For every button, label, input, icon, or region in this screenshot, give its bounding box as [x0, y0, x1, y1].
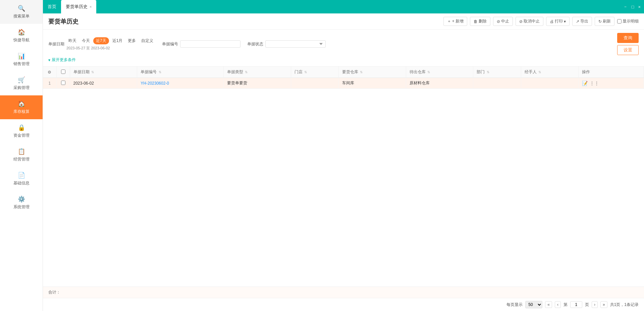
last-page-btn[interactable]: »: [600, 301, 607, 308]
settings-gear-icon[interactable]: ⚙: [48, 70, 51, 75]
date-opt-yesterday[interactable]: 昨天: [66, 37, 78, 44]
col-pending-warehouse[interactable]: 待出仓库 ⇅: [406, 66, 473, 78]
inventory-icon: 🏠: [18, 100, 25, 107]
select-all-checkbox[interactable]: [61, 70, 65, 74]
window-minimize-btn[interactable]: －: [623, 4, 628, 10]
window-close-btn[interactable]: ×: [638, 4, 641, 9]
doc-no-input[interactable]: [180, 40, 240, 48]
cancel-stop-label: 取消中止: [524, 18, 540, 24]
sidebar-item-search-menu[interactable]: 🔍 搜索菜单: [0, 0, 43, 24]
col-settings[interactable]: ⚙: [43, 66, 56, 78]
row-store: [291, 78, 338, 89]
row-pending-warehouse: 原材料仓库: [406, 78, 473, 89]
col-doc-no[interactable]: 单据编号 ⇅: [137, 66, 224, 78]
refresh-icon: ↻: [598, 19, 602, 24]
expand-chevron-icon: ▾: [48, 58, 50, 62]
new-button[interactable]: ＋ + 新增: [443, 17, 467, 26]
date-filter-options: 昨天 今天 近7天 近1月 更多 自定义: [66, 37, 155, 44]
next-page-btn[interactable]: ›: [592, 301, 598, 308]
first-page-btn[interactable]: «: [545, 301, 552, 308]
sort-store-icon: ⇅: [304, 70, 307, 74]
prev-page-btn[interactable]: ‹: [555, 301, 561, 308]
date-opt-custom[interactable]: 自定义: [139, 37, 155, 44]
export-button[interactable]: ↗ 导出: [572, 17, 592, 26]
window-maximize-btn[interactable]: □: [632, 4, 634, 9]
date-filter-group: 单据日期 昨天 今天 近7天 近1月 更多 自定义 2023-05-27 至 2…: [48, 37, 155, 51]
delete-button[interactable]: 🗑 删除: [470, 17, 490, 26]
purchase-icon: 🛒: [18, 76, 25, 84]
table-area: ⚙ 单据日期 ⇅ 单据编号 ⇅: [43, 66, 644, 286]
sidebar-item-label: 系统管理: [13, 204, 30, 210]
row-doc-date: 2023-06-02: [70, 78, 137, 89]
refresh-button[interactable]: ↻ 刷新: [595, 17, 614, 26]
doc-no-link[interactable]: YH-20230602-0: [141, 81, 169, 86]
sidebar-item-label: 库存核算: [13, 109, 30, 115]
doc-status-filter-group: 单据状态: [247, 40, 326, 48]
data-table: ⚙ 单据日期 ⇅ 单据编号 ⇅: [43, 66, 644, 89]
date-opt-7days[interactable]: 近7天: [93, 37, 109, 44]
row-checkbox-cell[interactable]: [56, 78, 70, 89]
sort-req-warehouse-icon: ⇅: [360, 70, 363, 74]
summary-label: 合计：: [48, 290, 60, 295]
edit-action-icon[interactable]: 📝: [582, 81, 588, 86]
col-checkbox[interactable]: [56, 66, 70, 78]
page-content: 要货单历史 ＋ + 新增 🗑 删除 ⊘ 中止 ⊘ 取消中止 🖨 打印 ▾: [43, 13, 644, 311]
print-button[interactable]: 🖨 打印 ▾: [546, 17, 570, 26]
sidebar-item-ops-mgmt[interactable]: 📋 经营管理: [0, 143, 43, 167]
display-detail-toggle[interactable]: 显示明细: [617, 18, 639, 24]
sort-doc-no-icon: ⇅: [159, 70, 161, 74]
col-dept[interactable]: 部门 ⇅: [473, 66, 521, 78]
sidebar-item-purchase-mgmt[interactable]: 🛒 采购管理: [0, 72, 43, 95]
tab-requisition-history[interactable]: 要货单历史 ×: [61, 0, 96, 13]
action-icons: 📝 ⋮⋮: [582, 81, 640, 86]
sidebar-item-system-mgmt[interactable]: ⚙️ 系统管理: [0, 191, 43, 215]
cancel-stop-button[interactable]: ⊘ 取消中止: [516, 17, 543, 26]
col-handler[interactable]: 经手人 ⇅: [521, 66, 578, 78]
sidebar-item-finance-mgmt[interactable]: 🔒 资金管理: [0, 119, 43, 143]
date-opt-today[interactable]: 今天: [80, 37, 92, 44]
tab-close-icon[interactable]: ×: [90, 5, 92, 9]
doc-status-select[interactable]: [265, 40, 326, 48]
sidebar-item-quick-nav[interactable]: 🏠 快捷导航: [0, 24, 43, 48]
page-suffix: 页: [585, 302, 589, 308]
row-seq: 1: [43, 78, 56, 89]
sales-icon: 📊: [18, 52, 25, 60]
refresh-label: 刷新: [603, 18, 611, 24]
stop-button[interactable]: ⊘ 中止: [493, 17, 513, 26]
sidebar-item-sales-mgmt[interactable]: 📊 销售管理: [0, 48, 43, 72]
cancel-stop-icon: ⊘: [519, 19, 523, 24]
filter-row: 单据日期 昨天 今天 近7天 近1月 更多 自定义 2023-05-27 至 2…: [48, 33, 639, 55]
display-detail-checkbox[interactable]: [617, 19, 622, 24]
row-checkbox[interactable]: [61, 81, 65, 85]
sort-doc-date-icon: ⇅: [91, 70, 94, 74]
filter-area: 单据日期 昨天 今天 近7天 近1月 更多 自定义 2023-05-27 至 2…: [43, 30, 644, 66]
page-size-select[interactable]: 10 20 50 100: [525, 301, 542, 308]
date-opt-more[interactable]: 更多: [126, 37, 138, 44]
page-number-input[interactable]: [570, 301, 582, 308]
finance-icon: 🔒: [18, 124, 25, 131]
date-opt-1month[interactable]: 近1月: [110, 37, 125, 44]
sidebar-item-label: 资金管理: [13, 133, 30, 138]
query-button[interactable]: 查询: [617, 33, 639, 43]
sidebar-item-label: 销售管理: [13, 61, 30, 67]
row-req-warehouse: 车间库: [338, 78, 406, 89]
expand-more-btn[interactable]: ▾ 展开更多条件: [48, 57, 639, 63]
doc-status-label: 单据状态: [247, 41, 263, 47]
col-store[interactable]: 门店 ⇅: [291, 66, 338, 78]
row-dept: [473, 78, 521, 89]
sort-dept-icon: ⇅: [487, 70, 489, 74]
page-header: 要货单历史 ＋ + 新增 🗑 删除 ⊘ 中止 ⊘ 取消中止 🖨 打印 ▾: [43, 13, 644, 30]
sidebar-item-basic-info[interactable]: 📄 基础信息: [0, 167, 43, 191]
print-label: 打印: [555, 18, 563, 24]
settings-button[interactable]: 设置: [617, 45, 639, 55]
col-req-warehouse[interactable]: 要货仓库 ⇅: [338, 66, 406, 78]
topbar: 首页 要货单历史 × － □ ×: [43, 0, 644, 13]
col-doc-type[interactable]: 单据类型 ⇅: [224, 66, 291, 78]
more-action-icon[interactable]: ⋮⋮: [590, 81, 599, 86]
tab-home[interactable]: 首页: [43, 0, 61, 13]
sidebar-item-inventory-calc[interactable]: 🏠 库存核算: [0, 95, 43, 119]
sidebar-item-label: 快捷导航: [13, 37, 30, 43]
sort-handler-icon: ⇅: [538, 70, 541, 74]
col-action: 操作: [578, 66, 644, 78]
col-doc-date[interactable]: 单据日期 ⇅: [70, 66, 137, 78]
